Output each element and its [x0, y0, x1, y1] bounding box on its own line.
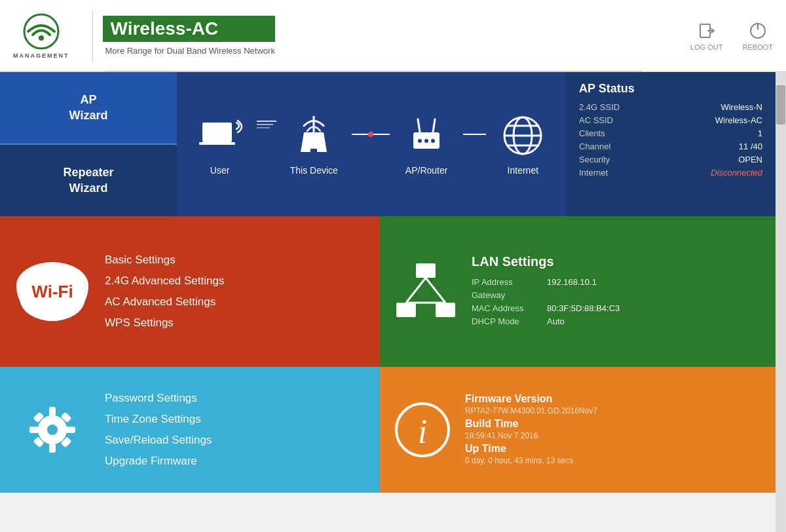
logout-button[interactable]: LOG OUT — [690, 21, 723, 51]
internet-status-value: Disconnected — [711, 168, 762, 178]
svg-rect-27 — [396, 303, 416, 317]
diagram-ap-router: AP/Router — [403, 113, 449, 176]
diagram-items: User — [190, 113, 553, 176]
wifi-logo-icon — [15, 13, 67, 52]
svg-line-12 — [433, 119, 435, 132]
save-reload-link[interactable]: Save/Reload Settings — [105, 434, 212, 447]
connector-device-router — [352, 132, 390, 157]
logo-area: MANAGEMENT — [13, 13, 69, 59]
status-row-ssid24: 2.4G SSID Wireless-N — [579, 102, 762, 112]
status-row-clients: Clients 1 — [579, 128, 762, 138]
device-info-content: Firmware Version RPTA2-77W.M4300.01.GD.2… — [465, 393, 597, 466]
svg-rect-6 — [199, 142, 235, 145]
svg-point-14 — [424, 139, 428, 143]
disconnect-indicator — [368, 132, 373, 137]
scrollbar[interactable] — [776, 72, 786, 532]
repeater-wizard-label: RepeaterWizard — [63, 165, 113, 196]
middle-row: Wi Wi Wi‑Fi Basic Settings 2.4G Advanced… — [0, 216, 776, 367]
wifi-menu: Basic Settings 2.4G Advanced Settings AC… — [105, 254, 224, 330]
user-device-icon — [197, 113, 243, 159]
advanced-24g-link[interactable]: 2.4G Advanced Settings — [105, 275, 224, 288]
main-content: APWizard RepeaterWizard — [0, 72, 786, 532]
build-time-title: Build Time — [465, 418, 597, 430]
clients-label: Clients — [579, 128, 605, 138]
router-icon — [403, 113, 449, 159]
header-divider — [105, 71, 642, 71]
globe-icon — [500, 113, 546, 159]
svg-line-30 — [426, 278, 445, 303]
firmware-version-value: RPTA2-77W.M4300.01.GD.2016Nov7 — [465, 406, 597, 415]
bottom-row: Password Settings Time Zone Settings Sav… — [0, 367, 776, 493]
firmware-version-title: Firmware Version — [465, 393, 597, 405]
basic-settings-link[interactable]: Basic Settings — [105, 254, 224, 267]
advanced-ac-link[interactable]: AC Advanced Settings — [105, 295, 224, 309]
password-settings-link[interactable]: Password Settings — [105, 392, 212, 405]
svg-rect-9 — [310, 149, 317, 154]
user-label: User — [210, 165, 230, 176]
mac-label: MAC Address — [472, 303, 537, 313]
diagram-panel: User — [177, 72, 566, 216]
wifi-settings-panel: Wi Wi Wi‑Fi Basic Settings 2.4G Advanced… — [0, 216, 380, 367]
repeater-wizard-button[interactable]: RepeaterWizard — [0, 143, 177, 216]
upgrade-firmware-link[interactable]: Upgrade Firmware — [105, 455, 212, 468]
svg-rect-37 — [66, 427, 75, 433]
svg-point-13 — [418, 139, 422, 143]
network-topology-icon — [393, 262, 458, 321]
lan-row-dhcp: DHCP Mode Auto — [472, 316, 620, 326]
status-panel: AP Status 2.4G SSID Wireless-N AC SSID W… — [566, 72, 776, 216]
diagram-internet: Internet — [500, 113, 546, 176]
lan-info: LAN Settings IP Address 192.168.10.1 Gat… — [472, 254, 620, 330]
svg-rect-34 — [49, 407, 56, 416]
connector-router-internet — [463, 134, 486, 155]
ssid24-value: Wireless-N — [720, 102, 762, 112]
svg-rect-5 — [202, 123, 232, 142]
info-circle-icon: i — [393, 400, 452, 459]
header: MANAGEMENT Wireless-AC More Range for Du… — [0, 0, 786, 72]
logo-management-text: MANAGEMENT — [13, 52, 69, 59]
gear-icon-wrap — [13, 390, 92, 469]
ip-label: IP Address — [472, 277, 537, 287]
wifi-brand-icon: Wi Wi Wi‑Fi — [13, 252, 92, 331]
brand-title: Wireless-AC — [103, 16, 275, 42]
clients-value: 1 — [758, 128, 762, 138]
uptime-value: 0 day, 0 hour, 43 mins, 13 secs — [465, 456, 597, 465]
laptop-icon — [197, 113, 243, 159]
info-panel: i Firmware Version RPTA2-77W.M4300.01.GD… — [380, 367, 776, 493]
reboot-button[interactable]: REBOOT — [743, 21, 773, 51]
timezone-settings-link[interactable]: Time Zone Settings — [105, 413, 212, 426]
uptime-title: Up Time — [465, 443, 597, 455]
content-area: APWizard RepeaterWizard — [0, 72, 776, 532]
wps-settings-link[interactable]: WPS Settings — [105, 316, 224, 330]
ap-wizard-button[interactable]: APWizard — [0, 72, 177, 143]
top-section: APWizard RepeaterWizard — [0, 72, 776, 216]
lan-settings-panel: LAN Settings IP Address 192.168.10.1 Gat… — [380, 216, 776, 367]
this-device-icon — [291, 113, 337, 159]
security-value: OPEN — [738, 155, 762, 164]
scrollbar-thumb[interactable] — [776, 85, 785, 124]
nav-panel: APWizard RepeaterWizard — [0, 72, 177, 216]
svg-rect-36 — [29, 427, 39, 433]
ssid-ac-label: AC SSID — [579, 115, 613, 125]
svg-rect-26 — [416, 263, 436, 278]
channel-label: Channel — [579, 142, 610, 151]
internet-icon — [500, 113, 546, 159]
svg-line-29 — [406, 278, 426, 303]
svg-point-1 — [39, 35, 44, 41]
reboot-icon — [748, 21, 768, 41]
logout-icon — [697, 21, 717, 41]
svg-point-15 — [431, 139, 435, 143]
lan-title: LAN Settings — [472, 254, 620, 269]
brand-area: Wireless-AC More Range for Dual Band Wir… — [103, 16, 275, 56]
lan-row-mac: MAC Address 80:3F:5D:88:B4:C3 — [472, 303, 620, 313]
logo-divider — [92, 10, 93, 62]
internet-label: Internet — [508, 165, 538, 176]
reboot-label: REBOOT — [743, 43, 773, 51]
status-row-security: Security OPEN — [579, 155, 762, 164]
lan-row-ip: IP Address 192.168.10.1 — [472, 277, 620, 287]
brand-subtitle: More Range for Dual Band Wireless Networ… — [105, 46, 275, 56]
info-icon-wrap: i — [393, 400, 452, 459]
svg-rect-35 — [49, 444, 56, 453]
lan-row-gateway: Gateway — [472, 290, 620, 300]
svg-line-11 — [418, 119, 420, 132]
svg-rect-28 — [436, 303, 455, 317]
